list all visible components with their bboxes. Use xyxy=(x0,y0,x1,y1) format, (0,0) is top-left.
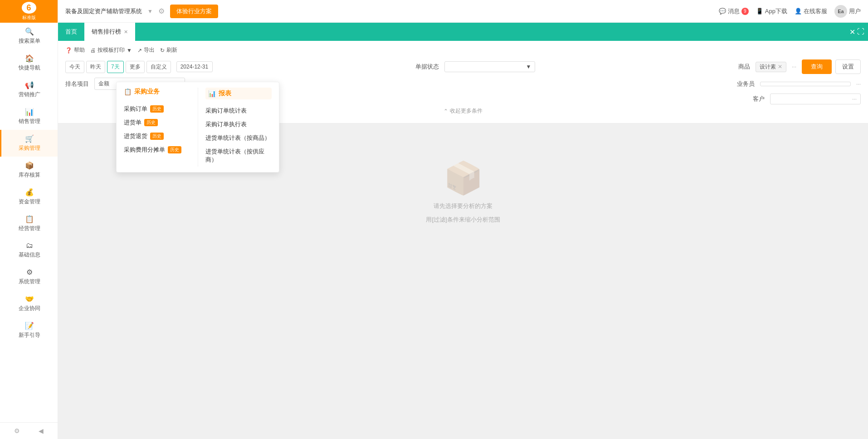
tab-home[interactable]: 首页 xyxy=(58,23,84,41)
incoming-label: 进货单 xyxy=(124,118,141,127)
sidebar-item-label: 采购管理 xyxy=(19,144,40,152)
tabbar-right: ✕ ⛶ xyxy=(849,28,868,36)
date-btn-custom[interactable]: 自定义 xyxy=(146,61,171,73)
cooperation-icon: 🤝 xyxy=(25,295,34,303)
empty-hint-2: 用[过滤]条件来缩小分析范围 xyxy=(426,216,500,224)
incoming-item[interactable]: 进货单 历史 xyxy=(124,116,190,129)
date-btn-more[interactable]: 更多 xyxy=(126,61,145,73)
home-icon: 🏠 xyxy=(25,54,34,63)
tab-close-all-icon[interactable]: ✕ xyxy=(849,28,855,36)
report-order-exec-label: 采购订单执行表 xyxy=(205,120,247,128)
topbar-gear-icon[interactable]: ⚙ xyxy=(158,7,165,15)
service-icon: 👤 xyxy=(795,8,802,15)
purchase-dropdown-menu: 📋 采购业务 采购订单 历史 进货单 历史 进货退货 历史 xyxy=(116,82,279,173)
sidebar-collapse-btn[interactable]: ◀ xyxy=(39,427,44,434)
report-icon: 📊 xyxy=(208,90,216,97)
app-download-btn[interactable]: 📱 App下载 xyxy=(756,7,787,15)
logo-icon: 6 xyxy=(22,2,36,14)
sidebar-item-label: 库存核算 xyxy=(19,171,40,179)
tab-home-label: 首页 xyxy=(65,28,77,36)
sidebar-item-operations[interactable]: 📋 经营管理 xyxy=(0,210,58,237)
business-title-label: 采购业务 xyxy=(134,88,160,96)
query-btn[interactable]: 查询 xyxy=(802,59,832,74)
industry-btn[interactable]: 体验行业方案 xyxy=(170,5,218,18)
goods-tag: 设计素 ✕ xyxy=(756,62,786,72)
sidebar-item-finance[interactable]: 💰 资金管理 xyxy=(0,183,58,210)
sales-person-ellipsis[interactable]: ··· xyxy=(856,81,861,87)
topbar-dropdown-icon[interactable]: ▼ xyxy=(147,8,153,15)
sidebar-item-search[interactable]: 🔍 搜索菜单 xyxy=(0,23,58,49)
set-btn[interactable]: 设置 xyxy=(835,59,861,74)
report-order-exec-item[interactable]: 采购订单执行表 xyxy=(205,118,272,131)
sales-person-select[interactable] xyxy=(760,82,851,86)
dropdown-business-title: 📋 采购业务 xyxy=(124,88,190,98)
sidebar-item-label: 新手引导 xyxy=(19,331,40,339)
export-btn[interactable]: ↗ 导出 xyxy=(137,46,155,54)
dropdown-business-col: 📋 采购业务 采购订单 历史 进货单 历史 进货退货 历史 xyxy=(117,88,198,167)
purchase-icon: 🛒 xyxy=(25,134,34,143)
goods-tag-close[interactable]: ✕ xyxy=(778,64,782,70)
report-incoming-goods-label: 进货单统计表（按商品） xyxy=(205,134,270,142)
phone-icon: 📱 xyxy=(756,8,763,15)
customer-select[interactable]: ··· xyxy=(770,94,861,104)
dropdown-menu-inner: 📋 采购业务 采购订单 历史 进货单 历史 进货退货 历史 xyxy=(117,88,279,167)
sidebar-item-label: 经营管理 xyxy=(19,225,40,232)
sidebar-item-guide[interactable]: 📝 新手引导 xyxy=(0,317,58,344)
sidebar-nav: 🔍 搜索菜单 🏠 快捷导航 📢 营销推广 📊 销售管理 🛒 采购管理 📦 库存核… xyxy=(0,23,58,422)
goods-tag-text: 设计素 xyxy=(760,63,776,71)
sidebar-item-marketing[interactable]: 📢 营销推广 xyxy=(0,76,58,103)
tab-expand-icon[interactable]: ⛶ xyxy=(857,28,864,36)
print-icon: 🖨 xyxy=(90,47,96,54)
template-print-btn[interactable]: 🖨 按模板打印 ▼ xyxy=(90,46,132,54)
sidebar-item-purchase[interactable]: 🛒 采购管理 xyxy=(0,130,58,157)
sidebar-settings-btn[interactable]: ⚙ xyxy=(14,427,20,434)
doc-status-select[interactable]: ▼ xyxy=(444,61,535,72)
report-incoming-goods-item[interactable]: 进货单统计表（按商品） xyxy=(205,131,272,145)
main-content: 装备及固定资产辅助管理系统 ▼ ⚙ 体验行业方案 💬 消息 9 📱 App下载 … xyxy=(58,0,868,439)
date-btn-today[interactable]: 今天 xyxy=(65,61,84,73)
sidebar-item-label: 营销推广 xyxy=(19,91,40,99)
sidebar-item-sales[interactable]: 📊 销售管理 xyxy=(0,103,58,130)
sidebar-item-cooperation[interactable]: 🤝 企业协同 xyxy=(0,290,58,317)
online-service-btn[interactable]: 👤 在线客服 xyxy=(795,7,827,15)
tab-close-icon[interactable]: ✕ xyxy=(124,29,128,35)
print-dropdown-icon: ▼ xyxy=(127,47,132,54)
sidebar-item-inventory[interactable]: 📦 库存核算 xyxy=(0,157,58,183)
report-incoming-supplier-item[interactable]: 进货单统计表（按供应商） xyxy=(205,145,272,167)
topbar: 装备及固定资产辅助管理系统 ▼ ⚙ 体验行业方案 💬 消息 9 📱 App下载 … xyxy=(58,0,868,23)
message-btn[interactable]: 💬 消息 9 xyxy=(719,7,749,15)
dropdown-report-title: 📊 报表 xyxy=(205,88,272,99)
customer-label: 客户 xyxy=(753,95,765,103)
date-btn-yesterday[interactable]: 昨天 xyxy=(86,61,105,73)
topbar-right: 💬 消息 9 📱 App下载 👤 在线客服 Ea 用户 xyxy=(719,5,861,18)
goods-ellipsis[interactable]: ··· xyxy=(792,64,796,70)
customer-ellipsis[interactable]: ··· xyxy=(852,96,857,102)
sidebar-item-quick-nav[interactable]: 🏠 快捷导航 xyxy=(0,49,58,76)
sidebar-item-basic-info[interactable]: 🗂 基础信息 xyxy=(0,237,58,263)
logo-subtitle: 标准版 xyxy=(22,15,36,21)
sidebar-item-system[interactable]: ⚙ 系统管理 xyxy=(0,263,58,290)
system-icon: ⚙ xyxy=(26,268,33,276)
help-icon: ❓ xyxy=(65,47,72,54)
filter-toolbar: ❓ 帮助 🖨 按模板打印 ▼ ↗ 导出 ↻ 刷新 xyxy=(65,46,861,58)
help-btn[interactable]: ❓ 帮助 xyxy=(65,46,85,54)
tab-sales-rank[interactable]: 销售排行榜 ✕ xyxy=(84,23,135,41)
user-menu-btn[interactable]: Ea 用户 xyxy=(834,5,861,18)
export-icon: ↗ xyxy=(137,47,142,54)
date-btn-7days[interactable]: 7天 xyxy=(107,61,124,73)
return-item[interactable]: 进货退货 历史 xyxy=(124,129,190,143)
date-range-input[interactable]: 2024-12-31 xyxy=(176,61,213,72)
business-icon: 📋 xyxy=(124,88,132,95)
return-badge: 历史 xyxy=(150,133,164,140)
tabbar: 首页 销售排行榜 ✕ ✕ ⛶ xyxy=(58,23,868,41)
expense-item[interactable]: 采购费用分摊单 历史 xyxy=(124,143,190,157)
refresh-btn[interactable]: ↻ 刷新 xyxy=(160,46,177,54)
finance-icon: 💰 xyxy=(25,188,34,197)
purchase-order-item[interactable]: 采购订单 历史 xyxy=(124,102,190,116)
report-order-stat-item[interactable]: 采购订单统计表 xyxy=(205,104,272,118)
purchase-order-badge: 历史 xyxy=(150,105,164,113)
tab-sales-rank-label: 销售排行榜 xyxy=(92,28,121,36)
app-download-label: App下载 xyxy=(765,7,787,15)
basic-info-icon: 🗂 xyxy=(26,242,33,250)
empty-hint-1: 请先选择要分析的方案 xyxy=(434,202,493,210)
